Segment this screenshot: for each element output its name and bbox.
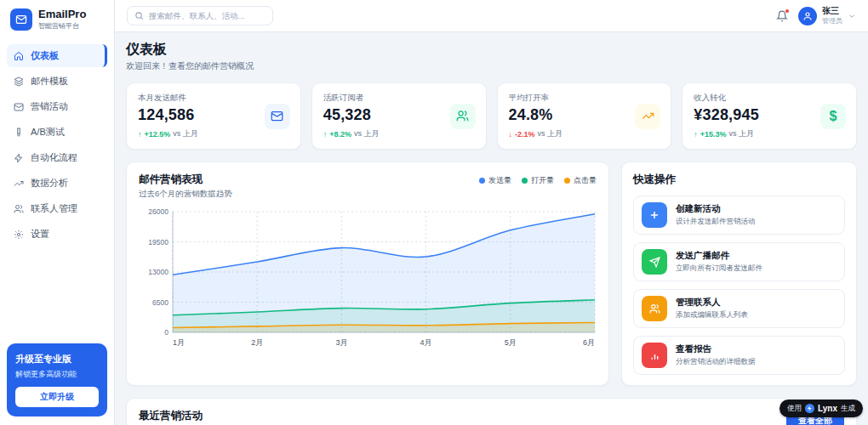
- stat-label: 收入转化: [694, 93, 845, 104]
- sidebar-item-dashboard[interactable]: 仪表板: [7, 44, 107, 67]
- sidebar: EmailPro 智能营销平台 仪表板 邮件模板 营销活动 A/B测试 自动化流…: [0, 0, 115, 425]
- quick-action-subtitle: 立即向所有订阅者发送邮件: [676, 264, 762, 274]
- sidebar-item-templates[interactable]: 邮件模板: [7, 70, 107, 93]
- sidebar-item-label: 仪表板: [31, 49, 59, 62]
- badge-prefix: 使用: [787, 404, 802, 414]
- stat-cards-row: 本月发送邮件 124,586 ↑+12.5%vs 上月 活跃订阅者 45,328…: [126, 82, 857, 150]
- recent-campaigns-card: 最近营销活动 查看您最新的邮件营销活动表现 查看全部 活动名称 状态 发送量 打…: [126, 398, 857, 425]
- brand-mail-icon: [10, 8, 32, 31]
- brand-name: EmailPro: [38, 8, 86, 21]
- sidebar-item-campaigns[interactable]: 营销活动: [7, 95, 107, 118]
- svg-text:6500: 6500: [152, 298, 168, 307]
- svg-text:3月: 3月: [335, 338, 347, 347]
- home-icon: [14, 51, 24, 61]
- sidebar-item-contacts[interactable]: 联系人管理: [7, 197, 107, 220]
- sidebar-item-automation[interactable]: 自动化流程: [7, 146, 107, 169]
- sidebar-item-ab-testing[interactable]: A/B测试: [7, 121, 107, 144]
- quick-action-title: 发送广播邮件: [676, 250, 762, 262]
- lynx-generated-badge[interactable]: 使用 Lynx 生成: [779, 400, 863, 417]
- user-role: 管理员: [822, 16, 842, 26]
- arrow-down-icon: ↓: [509, 130, 513, 139]
- search-icon: [134, 11, 144, 20]
- svg-text:13000: 13000: [148, 268, 168, 276]
- quick-action-subtitle: 分析营销活动的详细数据: [676, 357, 756, 367]
- quick-action-subtitle: 添加或编辑联系人列表: [676, 310, 748, 320]
- sidebar-item-label: 联系人管理: [31, 202, 77, 215]
- upgrade-title: 升级至专业版: [15, 353, 99, 366]
- svg-text:26000: 26000: [148, 207, 168, 216]
- notification-bell-icon[interactable]: [776, 10, 788, 22]
- sidebar-item-label: 数据分析: [31, 177, 68, 190]
- quick-actions-title: 快速操作: [633, 173, 845, 187]
- sidebar-item-label: 营销活动: [31, 100, 68, 113]
- search-input[interactable]: [149, 11, 266, 20]
- badge-brand: Lynx: [818, 404, 837, 413]
- quick-action-manage-contacts[interactable]: 管理联系人 添加或编辑联系人列表: [633, 289, 845, 328]
- stat-delta: +8.2%: [329, 130, 351, 139]
- page-title: 仪表板: [126, 41, 857, 59]
- page-subtitle: 欢迎回来！查看您的邮件营销概况: [126, 60, 857, 72]
- stat-compare: vs 上月: [173, 128, 198, 139]
- users-icon: [450, 104, 476, 129]
- quick-action-title: 创建新活动: [676, 203, 756, 215]
- sidebar-nav: 仪表板 邮件模板 营销活动 A/B测试 自动化流程 数据分析 联系人管理 设置: [0, 41, 114, 252]
- quick-action-subtitle: 设计并发送邮件营销活动: [676, 217, 756, 227]
- dollar-icon: $: [820, 104, 846, 129]
- legend-label: 打开量: [531, 175, 554, 186]
- area-chart: 065001300019500260001月2月3月4月5月6月: [139, 203, 598, 356]
- sidebar-item-label: 自动化流程: [31, 151, 77, 164]
- brand-tagline: 智能营销平台: [38, 21, 86, 31]
- stat-delta: +12.5%: [145, 130, 171, 139]
- stat-card-revenue: 收入转化 ¥328,945 ↑+15.3%vs 上月 $: [682, 82, 857, 150]
- stat-label: 活跃订阅者: [323, 93, 475, 104]
- stat-label: 平均打开率: [509, 93, 660, 104]
- stat-label: 本月发送邮件: [138, 93, 289, 104]
- badge-suffix: 生成: [841, 404, 855, 414]
- brand: EmailPro 智能营销平台: [0, 0, 114, 41]
- upgrade-subtitle: 解锁更多高级功能: [15, 369, 99, 380]
- chart-legend: 发送量 打开量 点击量: [479, 173, 597, 186]
- stat-card-subscribers: 活跃订阅者 45,328 ↑+8.2%vs 上月: [311, 82, 487, 150]
- recent-title: 最近营销活动: [139, 409, 252, 423]
- legend-dot: [479, 178, 485, 184]
- trending-up-icon: [635, 104, 660, 129]
- svg-text:5月: 5月: [505, 338, 517, 347]
- quick-action-view-reports[interactable]: 查看报告 分析营销活动的详细数据: [633, 336, 845, 375]
- svg-text:2月: 2月: [251, 338, 263, 347]
- upgrade-button[interactable]: 立即升级: [15, 387, 99, 407]
- zap-icon: [14, 153, 24, 163]
- chart-title: 邮件营销表现: [139, 173, 232, 187]
- main-content: 仪表板 欢迎回来！查看您的邮件营销概况 本月发送邮件 124,586 ↑+12.…: [115, 32, 868, 425]
- topbar: 张三 管理员: [115, 0, 868, 32]
- svg-text:1月: 1月: [173, 338, 185, 347]
- bar-chart-icon: [642, 343, 667, 368]
- legend-dot: [522, 178, 528, 184]
- legend-label: 点击量: [574, 175, 597, 186]
- legend-label: 发送量: [488, 175, 511, 186]
- quick-action-title: 查看报告: [676, 343, 756, 355]
- sidebar-item-settings[interactable]: 设置: [7, 223, 107, 246]
- search-box[interactable]: [127, 6, 273, 26]
- sidebar-item-label: 设置: [31, 228, 49, 241]
- stat-card-open-rate: 平均打开率 24.8% ↓-2.1%vs 上月: [497, 82, 672, 150]
- svg-text:6月: 6月: [583, 338, 595, 347]
- stat-compare: vs 上月: [354, 128, 380, 139]
- user-menu[interactable]: 张三 管理员: [798, 6, 856, 26]
- quick-action-send-broadcast[interactable]: 发送广播邮件 立即向所有订阅者发送邮件: [633, 242, 845, 281]
- mail-icon: [265, 104, 290, 129]
- mail-icon: [14, 102, 24, 112]
- sidebar-item-label: A/B测试: [31, 126, 65, 139]
- quick-action-title: 管理联系人: [676, 297, 748, 309]
- quick-action-create-campaign[interactable]: 创建新活动 设计并发送邮件营销活动: [633, 196, 845, 235]
- upgrade-card: 升级至专业版 解锁更多高级功能 立即升级: [7, 343, 107, 416]
- stat-card-emails-sent: 本月发送邮件 124,586 ↑+12.5%vs 上月: [126, 82, 301, 150]
- plus-icon: [642, 202, 667, 228]
- stat-delta: +15.3%: [700, 130, 727, 139]
- quick-actions-panel: 快速操作 创建新活动 设计并发送邮件营销活动 发送广播邮件 立即向所有订阅者发送…: [621, 162, 857, 386]
- sidebar-item-analytics[interactable]: 数据分析: [7, 172, 107, 195]
- stat-delta: -2.1%: [515, 130, 535, 139]
- gear-icon: [14, 230, 24, 240]
- user-name: 张三: [822, 6, 842, 16]
- svg-text:19500: 19500: [148, 238, 168, 246]
- notification-badge: [785, 8, 790, 14]
